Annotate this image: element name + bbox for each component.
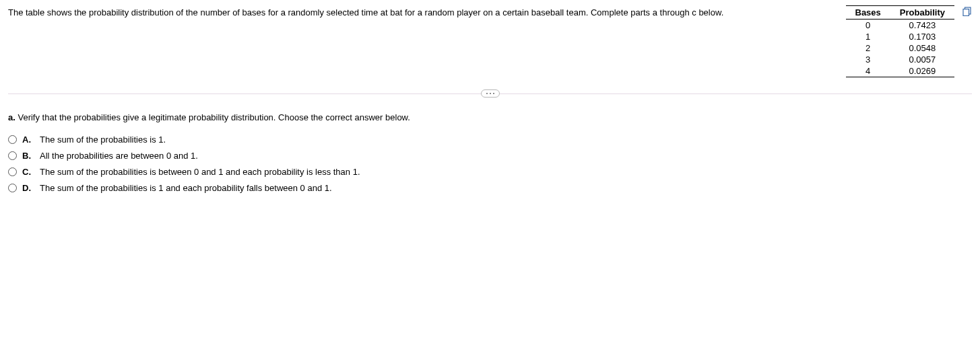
option-text: The sum of the probabilities is 1.	[40, 135, 166, 145]
top-row: The table shows the probability distribu…	[8, 5, 972, 77]
table-row: 1 0.1703	[846, 31, 955, 42]
option-letter: C.	[22, 167, 34, 177]
probability-table: Bases Probability 0 0.7423 1 0.1703 2 0.…	[846, 5, 955, 77]
option-letter: B.	[22, 151, 34, 161]
option-d[interactable]: D. The sum of the probabilities is 1 and…	[8, 183, 972, 193]
question-block: a. Verify that the probabilities give a …	[8, 112, 972, 193]
radio-icon[interactable]	[8, 135, 17, 144]
table-header-bases: Bases	[846, 6, 890, 20]
cell-prob: 0.0269	[890, 65, 954, 77]
radio-icon[interactable]	[8, 184, 17, 192]
option-b[interactable]: B. All the probabilities are between 0 a…	[8, 151, 972, 161]
table-row: 4 0.0269	[846, 65, 955, 77]
cell-prob: 0.7423	[890, 20, 954, 32]
expand-button[interactable]	[481, 89, 500, 98]
option-a[interactable]: A. The sum of the probabilities is 1.	[8, 135, 972, 145]
cell-bases: 4	[846, 65, 890, 77]
svg-rect-1	[963, 9, 969, 16]
cell-prob: 0.0548	[890, 42, 954, 54]
option-c[interactable]: C. The sum of the probabilities is betwe…	[8, 167, 972, 177]
cell-prob: 0.0057	[890, 54, 954, 65]
cell-prob: 0.1703	[890, 31, 954, 42]
option-letter: D.	[22, 183, 34, 193]
cell-bases: 2	[846, 42, 890, 54]
section-divider	[8, 89, 972, 98]
option-text: The sum of the probabilities is between …	[40, 167, 360, 177]
copy-icon[interactable]	[962, 7, 972, 16]
right-column: Bases Probability 0 0.7423 1 0.1703 2 0.…	[846, 5, 973, 77]
table-row: 0 0.7423	[846, 20, 955, 32]
table-row: 2 0.0548	[846, 42, 955, 54]
stem-text: Verify that the probabilities give a leg…	[18, 112, 410, 122]
table-row: 3 0.0057	[846, 54, 955, 65]
cell-bases: 1	[846, 31, 890, 42]
cell-bases: 0	[846, 20, 890, 32]
cell-bases: 3	[846, 54, 890, 65]
question-stem: a. Verify that the probabilities give a …	[8, 112, 972, 122]
option-text: All the probabilities are between 0 and …	[40, 151, 198, 161]
prompt-text: The table shows the probability distribu…	[8, 5, 819, 19]
options-group: A. The sum of the probabilities is 1. B.…	[8, 135, 972, 193]
table-header-probability: Probability	[890, 6, 954, 20]
option-text: The sum of the probabilities is 1 and ea…	[40, 183, 332, 193]
option-letter: A.	[22, 135, 34, 145]
radio-icon[interactable]	[8, 151, 17, 160]
radio-icon[interactable]	[8, 167, 17, 176]
part-label: a.	[8, 112, 15, 122]
